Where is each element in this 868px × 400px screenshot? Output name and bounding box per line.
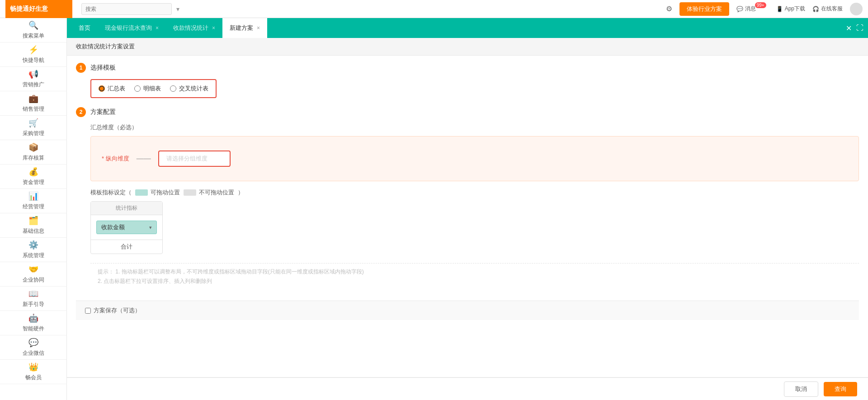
dim-arrow-icon: —— <box>137 155 151 163</box>
radio-summary-input[interactable] <box>99 85 105 92</box>
message-action[interactable]: 💬 消息 99+ <box>736 5 769 13</box>
gear-icon[interactable]: ⚙ <box>666 5 672 13</box>
radio-summary[interactable]: 汇总表 <box>99 85 125 93</box>
tab-home[interactable]: 首页 <box>71 18 98 38</box>
dimension-row: * 纵向维度 —— 请选择分组维度 <box>102 151 231 167</box>
radio-detail[interactable]: 明细表 <box>134 85 161 93</box>
legend-movable-label: 可拖动位置 <box>151 188 180 197</box>
tips-area: 提示： 1. 拖动标题栏可以调整布局，不可跨维度或指标区域拖动目字段(只能在同一… <box>90 263 859 292</box>
step1-num: 1 <box>76 63 86 73</box>
sidebar-item-member[interactable]: 👑 畅会员 <box>0 360 66 384</box>
radio-detail-input[interactable] <box>134 85 141 92</box>
system-icon: ⚙️ <box>28 240 38 250</box>
sidebar-item-purchase[interactable]: 🛒 采购管理 <box>0 116 66 140</box>
download-label: App下载 <box>785 5 805 13</box>
step1-section: 1 选择模板 汇总表 明细表 交叉统计表 <box>76 63 859 98</box>
tab-collection-close[interactable]: × <box>212 25 215 31</box>
tip2: 2. 点击标题栏下拉可设置排序、插入列和删除列 <box>90 278 859 285</box>
sidebar-item-basicinfo[interactable]: 🗂️ 基础信息 <box>0 213 66 238</box>
tab-bar: 首页 现金银行流水查询 × 收款情况统计 × 新建方案 × ✕ ⛶ <box>67 18 868 38</box>
tab-newplan[interactable]: 新建方案 × <box>222 18 267 38</box>
tip1: 提示： 1. 拖动标题栏可以调整布局，不可跨维度或指标区域拖动目字段(只能在同一… <box>90 268 859 276</box>
logo-text: 畅捷通好生意 <box>10 5 48 13</box>
sidebar-item-collab[interactable]: 🤝 企业协同 <box>0 262 66 287</box>
sidebar-item-search[interactable]: 🔍 搜索菜单 <box>0 18 66 42</box>
tab-cashbank-close[interactable]: × <box>156 25 159 31</box>
dim-placeholder[interactable]: 请选择分组维度 <box>158 151 231 167</box>
sidebar-item-hardware[interactable]: 🤖 智能硬件 <box>0 311 66 335</box>
sidebar-item-label: 库存核算 <box>23 154 44 162</box>
cancel-button[interactable]: 取消 <box>784 381 818 397</box>
save-checkbox-input[interactable] <box>85 308 91 314</box>
sales-icon: 💼 <box>28 94 38 104</box>
search-dropdown-icon[interactable]: ▾ <box>176 5 179 13</box>
step1-header: 1 选择模板 <box>76 63 859 73</box>
tab-expand-button[interactable]: ⛶ <box>856 24 863 32</box>
sidebar-item-sales[interactable]: 💼 销售管理 <box>0 91 66 116</box>
trial-button[interactable]: 体验行业方案 <box>679 2 729 16</box>
user-avatar[interactable] <box>850 3 863 15</box>
tab-collection[interactable]: 收款情况统计 × <box>166 18 222 38</box>
sidebar-item-finance[interactable]: 💰 资金管理 <box>0 165 66 189</box>
sidebar-item-inventory[interactable]: 📦 库存核算 <box>0 140 66 165</box>
tab-newplan-close[interactable]: × <box>257 25 260 31</box>
guide-icon: 📖 <box>28 289 38 299</box>
service-action[interactable]: 🎧 在线客服 <box>812 5 843 13</box>
sidebar-item-system[interactable]: ⚙️ 系统管理 <box>0 238 66 262</box>
basicinfo-icon: 🗂️ <box>28 216 38 226</box>
quicknav-icon: ⚡ <box>28 45 38 55</box>
sidebar-item-label: 经营管理 <box>23 203 44 211</box>
search-input[interactable] <box>81 3 172 15</box>
step1-title: 选择模板 <box>90 64 116 72</box>
sidebar-item-label: 销售管理 <box>23 105 44 113</box>
step2-header: 2 方案配置 <box>76 107 859 117</box>
management-icon: 📊 <box>28 191 38 201</box>
indicator-tag-amount[interactable]: 收款金额 ▾ <box>96 221 157 234</box>
indicator-header: 统计指标 <box>91 202 162 215</box>
logo-area: 畅捷通好生意 <box>5 0 72 18</box>
template-selector: 汇总表 明细表 交叉统计表 <box>90 79 217 98</box>
tab-collection-label: 收款情况统计 <box>173 24 208 32</box>
message-icon: 💬 <box>736 6 743 12</box>
hardware-icon: 🤖 <box>28 313 38 323</box>
collab-icon: 🤝 <box>28 264 38 274</box>
tab-cashbank-label: 现金银行流水查询 <box>105 24 152 32</box>
sidebar-item-wechat[interactable]: 💬 企业微信 <box>0 335 66 360</box>
legend-movable-item: 可拖动位置 <box>135 188 180 197</box>
sidebar-item-label: 快捷导航 <box>23 56 44 64</box>
step2-title: 方案配置 <box>90 108 116 116</box>
sidebar-item-marketing[interactable]: 📢 营销推广 <box>0 67 66 91</box>
sidebar-item-guide[interactable]: 📖 新手引导 <box>0 287 66 311</box>
radio-detail-label: 明细表 <box>143 85 161 93</box>
top-bar: 畅捷通好生意 ▾ ⚙ 体验行业方案 💬 消息 99+ 📱 App下载 🎧 在线客… <box>0 0 868 18</box>
page-body: 1 选择模板 汇总表 明细表 交叉统计表 <box>67 56 868 377</box>
sidebar-item-management[interactable]: 📊 经营管理 <box>0 189 66 213</box>
breadcrumb: 收款情况统计方案设置 <box>76 43 135 50</box>
radio-cross[interactable]: 交叉统计表 <box>170 85 208 93</box>
sidebar-item-label: 系统管理 <box>23 252 44 259</box>
tab-cashbank[interactable]: 现金银行流水查询 × <box>98 18 166 38</box>
service-icon: 🎧 <box>812 6 819 12</box>
wechat-icon: 💬 <box>28 338 38 348</box>
query-button[interactable]: 查询 <box>824 382 857 396</box>
dimension-area: * 纵向维度 —— 请选择分组维度 <box>90 136 859 181</box>
sidebar-item-quicknav[interactable]: ⚡ 快捷导航 <box>0 42 66 67</box>
marketing-icon: 📢 <box>28 69 38 79</box>
service-label: 在线客服 <box>821 5 843 13</box>
indicator-table: 统计指标 收款金额 ▾ 合计 <box>90 201 163 254</box>
sidebar-item-label: 畅会员 <box>25 374 42 381</box>
download-action[interactable]: 📱 App下载 <box>776 5 805 13</box>
page-header: 收款情况统计方案设置 <box>67 38 868 56</box>
legend-movable-box <box>135 189 148 196</box>
radio-cross-input[interactable] <box>170 85 176 92</box>
legend-fixed-item: 不可拖动位置 <box>184 188 234 197</box>
sidebar-item-label: 营销推广 <box>23 81 44 89</box>
sidebar-item-label: 新手引导 <box>23 301 44 308</box>
sidebar-item-label: 采购管理 <box>23 130 44 137</box>
download-icon: 📱 <box>776 6 783 12</box>
indicator-settings-row: 模板指标设定（ 可拖动位置 不可拖动位置 ） <box>90 188 859 197</box>
indicator-tag-down-icon[interactable]: ▾ <box>149 225 152 231</box>
finance-icon: 💰 <box>28 167 38 177</box>
tab-close-all-button[interactable]: ✕ <box>846 24 852 33</box>
save-checkbox-label[interactable]: 方案保存（可选） <box>85 306 141 315</box>
